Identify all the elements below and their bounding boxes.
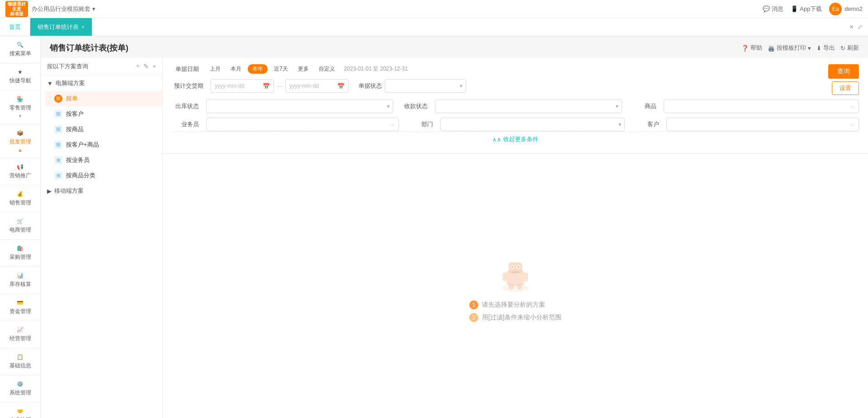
tree-item-by-customer-goods[interactable]: 按 按客户+商品	[45, 137, 162, 152]
print-button[interactable]: 🖨️ 按模板打印 ▾	[768, 44, 811, 52]
page-actions: ❓ 帮助 🖨️ 按模板打印 ▾ ⬇ 导出 ↻ 刷新	[741, 44, 859, 52]
tree-item-by-goods[interactable]: 按 按商品	[45, 122, 162, 137]
expected-date-to[interactable]: yyyy-mm-dd 📅	[285, 79, 349, 93]
ship-status-wrapper	[206, 100, 393, 113]
ship-status-select[interactable]	[206, 100, 393, 113]
customer-input-wrapper[interactable]: ···	[666, 118, 859, 131]
settings-button[interactable]: 设置	[832, 81, 859, 95]
app-selector[interactable]: 办公用品行业模拟账套 ▾	[32, 5, 95, 13]
left-panel: 按以下方案查询 + ✎ « ▼ 电脑端方案 按 按单	[41, 58, 163, 418]
salesperson-input-wrapper[interactable]: ···	[206, 118, 399, 131]
svg-point-6	[518, 266, 519, 268]
tree-item-by-order[interactable]: 按 按单	[45, 91, 162, 106]
sidebar-item-system[interactable]: ⚙️ 系统管理	[0, 375, 40, 403]
svg-rect-11	[517, 284, 522, 289]
date-7days-btn[interactable]: 近7天	[270, 64, 292, 74]
sidebar: 🔍 搜索菜单 ★ 快捷导航 🏪 零售管理 ▼ 📦 批发管理 ▲ 📢 营销推广 💰…	[0, 36, 41, 418]
message-button[interactable]: 💬 消息	[763, 5, 783, 13]
retail-icon: 🏪	[17, 96, 24, 102]
expected-date-from[interactable]: yyyy-mm-dd 📅	[211, 79, 274, 93]
receipt-status-select[interactable]	[435, 100, 622, 113]
expand-icon[interactable]: ⤢	[858, 24, 863, 30]
add-scheme-button[interactable]: +	[136, 62, 140, 71]
sidebar-item-marketing[interactable]: 📢 营销推广	[0, 158, 40, 185]
sidebar-item-basics[interactable]: 📋 基础信息	[0, 348, 40, 375]
dept-select[interactable]	[440, 118, 625, 131]
avatar: Ea	[829, 3, 842, 15]
close-icon[interactable]: ×	[81, 24, 85, 30]
goods-input-wrapper[interactable]: ···	[664, 100, 859, 113]
collapse-panel-button[interactable]: «	[153, 62, 156, 71]
edit-scheme-button[interactable]: ✎	[143, 62, 149, 71]
collapse-bar[interactable]: ∧∧ 收起更多条件	[172, 131, 859, 147]
tree-group-mobile[interactable]: ▶ 移动端方案	[41, 183, 162, 199]
sidebar-item-operations[interactable]: 📈 经营管理	[0, 321, 40, 348]
btn-group: 查询 设置	[828, 64, 859, 95]
sidebar-item-cooperation[interactable]: 🤝 企业协同	[0, 403, 40, 418]
date-last-month-btn[interactable]: 上月	[206, 64, 224, 74]
filter-row-expected-date: 预计交货期 yyyy-mm-dd 📅 — yyyy-mm-dd	[172, 79, 819, 93]
date-custom-btn[interactable]: 自定义	[315, 64, 339, 74]
wholesale-icon: 📦	[17, 130, 24, 136]
topbar: 畅捷通好 生意 标准版 办公用品行业模拟账套 ▾ 💬 消息 📱 App下载 Ea…	[0, 0, 868, 18]
tab-home[interactable]: 首页	[0, 18, 30, 36]
sidebar-item-inventory[interactable]: 📊 库存核算	[0, 267, 40, 294]
by-salesperson-icon: 按	[54, 156, 62, 164]
bill-status-select[interactable]	[385, 79, 466, 93]
star-icon: ★	[18, 69, 23, 75]
sidebar-item-ecommerce[interactable]: 🛒 电商管理	[0, 213, 40, 240]
app-name: 办公用品行业模拟账套	[32, 5, 90, 13]
tree-item-by-customer[interactable]: 按 按客户	[45, 106, 162, 122]
refresh-button[interactable]: ↻ 刷新	[840, 44, 859, 52]
receipt-status-label: 收款状态	[401, 102, 428, 110]
salesperson-label: 业务员	[172, 120, 199, 128]
inventory-icon: 📊	[17, 272, 24, 279]
message-icon: 💬	[763, 5, 770, 12]
date-this-month-btn[interactable]: 本月	[227, 64, 245, 74]
goods-dots-icon: ···	[850, 103, 855, 110]
sidebar-item-shortcut[interactable]: ★ 快捷导航	[0, 63, 40, 90]
download-button[interactable]: 📱 App下载	[791, 5, 822, 13]
tree-group-pc[interactable]: ▼ 电脑端方案	[41, 76, 162, 91]
empty-state: 1 请先选择要分析的方案 2 用[过滤]条件来缩小分析范围	[163, 154, 868, 418]
expected-date-to-text: yyyy-mm-dd	[289, 83, 319, 89]
sidebar-item-finance[interactable]: 💳 资金管理	[0, 294, 40, 321]
expected-date-label: 预计交货期	[172, 82, 203, 90]
empty-tip-1: 1 请先选择要分析的方案	[469, 300, 561, 309]
system-icon: ⚙️	[17, 381, 24, 387]
user-name: demo2	[844, 5, 863, 12]
query-button[interactable]: 查询	[828, 64, 859, 79]
tabbar: 首页 销售订单统计表 × ✕ ⤢	[0, 18, 868, 36]
refresh-icon: ↻	[840, 45, 845, 52]
tip-num-2: 2	[469, 313, 478, 322]
salesperson-dots-icon: ···	[390, 121, 395, 128]
tree-arrow-pc: ▼	[47, 80, 53, 87]
tab-active[interactable]: 销售订单统计表 ×	[30, 18, 92, 36]
main-layout: 🔍 搜索菜单 ★ 快捷导航 🏪 零售管理 ▼ 📦 批发管理 ▲ 📢 营销推广 💰…	[0, 36, 868, 418]
help-button[interactable]: ❓ 帮助	[741, 44, 762, 52]
sidebar-item-purchase[interactable]: 🛍️ 采购管理	[0, 240, 40, 267]
by-customer-goods-icon: 按	[54, 141, 62, 149]
date-more-btn[interactable]: 更多	[294, 64, 312, 74]
sidebar-item-wholesale[interactable]: 📦 批发管理 ▲	[0, 124, 40, 158]
page-title: 销售订单统计表(按单)	[50, 43, 128, 53]
user-menu[interactable]: Ea demo2	[829, 3, 863, 15]
sidebar-item-retail[interactable]: 🏪 零售管理 ▼	[0, 90, 40, 124]
export-button[interactable]: ⬇ 导出	[816, 44, 835, 52]
basics-icon: 📋	[17, 354, 24, 360]
minimize-icon[interactable]: ✕	[849, 24, 854, 30]
sidebar-item-search[interactable]: 🔍 搜索菜单	[0, 36, 40, 63]
window-controls: ✕ ⤢	[844, 18, 868, 36]
finance-icon: 💳	[17, 299, 24, 306]
date-this-year-btn[interactable]: 本年	[248, 64, 268, 74]
tree-item-by-salesperson[interactable]: 按 按业务员	[45, 152, 162, 168]
sidebar-item-sales[interactable]: 💰 销售管理	[0, 185, 40, 213]
content-area: 销售订单统计表(按单) ❓ 帮助 🖨️ 按模板打印 ▾ ⬇ 导出 ↻ 刷新	[41, 36, 868, 418]
lower-area: 按以下方案查询 + ✎ « ▼ 电脑端方案 按 按单	[41, 58, 868, 418]
tree-item-by-goods-cat[interactable]: 按 按商品分类	[45, 168, 162, 183]
filter-row-person: 业务员 ··· 部门 客户	[172, 118, 859, 131]
filter-row-status: 出库状态 收款状态 商品	[172, 100, 859, 113]
logo: 畅捷通好 生意 标准版	[5, 1, 28, 17]
date-group: 上月 本月 本年 近7天 更多 自定义 2023-01-01 至 2023-12…	[206, 64, 408, 74]
download-label: App下载	[800, 5, 822, 13]
